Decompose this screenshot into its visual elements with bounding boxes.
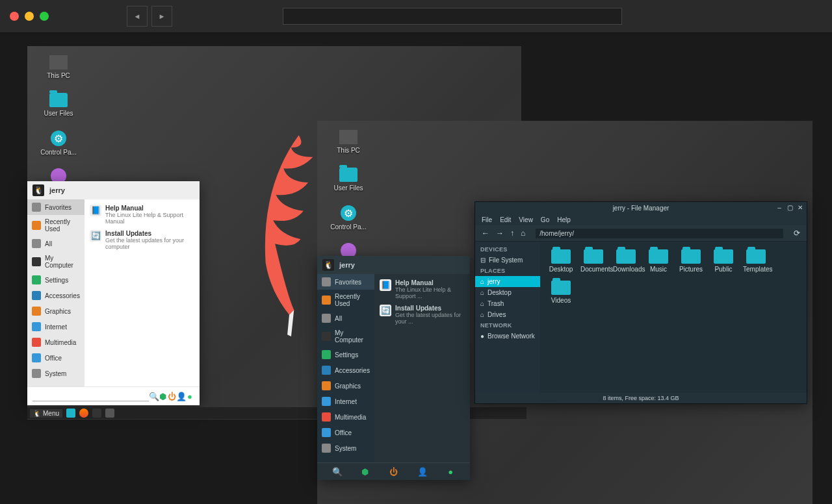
- start-category-recently-used[interactable]: Recently Used: [27, 215, 84, 236]
- fm-folder-desktop[interactable]: Desktop: [548, 249, 574, 273]
- folder-icon: [649, 249, 668, 264]
- desktop-icon-this-pc[interactable]: This PC: [329, 130, 368, 154]
- close-icon[interactable]: ✕: [796, 203, 804, 211]
- taskbar-app-icon[interactable]: [105, 409, 114, 418]
- nav-forward-button[interactable]: ►: [151, 6, 172, 27]
- fm-sidebar-jerry[interactable]: ⌂jerry: [475, 276, 540, 287]
- start-category-graphics[interactable]: Graphics: [27, 303, 84, 319]
- start-menu-header: 🐧 jerry: [317, 256, 470, 274]
- taskbar-firefox-icon[interactable]: [79, 409, 88, 418]
- fm-folder-documents[interactable]: Documents: [580, 249, 606, 273]
- lock-icon[interactable]: ⬢: [158, 392, 167, 401]
- start-category-settings[interactable]: Settings: [317, 347, 374, 362]
- fm-sidebar-desktop[interactable]: ⌂Desktop: [475, 287, 540, 298]
- start-category-graphics[interactable]: Graphics: [317, 378, 374, 394]
- start-menu-search-input[interactable]: [32, 391, 149, 401]
- desktop-icon-label: User Files: [329, 184, 368, 192]
- fm-menu-go[interactable]: Go: [541, 216, 549, 223]
- pc-icon: [49, 55, 68, 69]
- fm-titlebar[interactable]: jerry - File Manager – ▢ ✕: [475, 202, 807, 214]
- start-app-help-manual[interactable]: 📘Help ManualThe Linux Lite Help & Suppor…: [374, 277, 470, 302]
- start-category-multimedia[interactable]: Multimedia: [27, 334, 84, 350]
- start-menu-footer: 🔍 ⬢ ⏻ 👤 ●: [27, 386, 200, 405]
- power-icon[interactable]: ⏻: [389, 467, 398, 476]
- maximize-window-dot[interactable]: [40, 12, 49, 21]
- fm-menu-edit[interactable]: Edit: [500, 216, 511, 223]
- start-category-my-computer[interactable]: My Computer: [27, 251, 84, 272]
- lock-icon[interactable]: ⬢: [361, 467, 370, 476]
- desktop-icon-control-panel[interactable]: Control Pa...: [329, 205, 368, 231]
- start-category-favorites[interactable]: Favorites: [317, 274, 374, 290]
- nav-back-button[interactable]: ◄: [127, 6, 148, 27]
- browser-toolbar: ◄ ►: [0, 0, 832, 33]
- nav-home-icon[interactable]: ⌂: [521, 229, 525, 238]
- start-category-office[interactable]: Office: [27, 350, 84, 366]
- user-icon[interactable]: 👤: [417, 467, 426, 476]
- start-category-recently-used[interactable]: Recently Used: [317, 290, 374, 310]
- address-bar[interactable]: [283, 8, 622, 25]
- minimize-icon[interactable]: –: [775, 203, 783, 211]
- info-icon[interactable]: ●: [185, 392, 194, 401]
- start-category-system[interactable]: System: [27, 366, 84, 381]
- search-icon[interactable]: 🔍: [149, 392, 158, 401]
- desktop-icon-user-files[interactable]: User Files: [39, 93, 78, 117]
- taskbar-terminal-icon[interactable]: [92, 409, 101, 418]
- fm-folder-public[interactable]: Public: [710, 249, 736, 273]
- start-category-system[interactable]: System: [317, 440, 374, 456]
- fm-folder-videos[interactable]: Videos: [548, 281, 574, 304]
- fm-menu-view[interactable]: View: [519, 216, 533, 223]
- start-menu-username: jerry: [49, 186, 65, 194]
- fm-path-field[interactable]: /home/jerry/: [536, 229, 783, 238]
- start-category-my-computer[interactable]: My Computer: [317, 326, 374, 347]
- start-category-settings[interactable]: Settings: [27, 272, 84, 288]
- start-category-accessories[interactable]: Accessories: [27, 288, 84, 303]
- user-avatar-icon[interactable]: 🐧: [322, 259, 334, 271]
- start-category-office[interactable]: Office: [317, 425, 374, 440]
- fm-folder-music[interactable]: Music: [645, 249, 671, 273]
- desktop-icon-user-files[interactable]: User Files: [329, 168, 368, 192]
- fm-sidebar-drives[interactable]: ⌂Drives: [475, 309, 540, 320]
- start-category-multimedia[interactable]: Multimedia: [317, 409, 374, 425]
- start-category-internet[interactable]: Internet: [317, 394, 374, 409]
- nav-forward-icon[interactable]: →: [496, 229, 504, 238]
- category-label: All: [335, 315, 342, 322]
- info-icon[interactable]: ●: [446, 467, 455, 476]
- search-icon[interactable]: 🔍: [332, 467, 341, 476]
- fm-folder-downloads[interactable]: Downloads: [613, 249, 639, 273]
- close-window-dot[interactable]: [10, 12, 19, 21]
- maximize-icon[interactable]: ▢: [786, 203, 794, 211]
- fm-sidebar-browse-network[interactable]: ●Browse Network: [475, 331, 540, 342]
- fm-sidebar-trash[interactable]: ⌂Trash: [475, 298, 540, 309]
- refresh-icon[interactable]: ⟳: [794, 229, 800, 238]
- fm-folder-templates[interactable]: Templates: [743, 249, 769, 273]
- nav-up-icon[interactable]: ↑: [510, 229, 514, 238]
- start-app-install-updates[interactable]: 🔄Install UpdatesGet the latest updates f…: [84, 227, 200, 253]
- user-icon[interactable]: 👤: [176, 392, 185, 401]
- file-manager-window: jerry - File Manager – ▢ ✕ FileEditViewG…: [474, 201, 807, 404]
- fm-sidebar-label: jerry: [488, 278, 500, 285]
- start-menu-categories: FavoritesRecently UsedAllMy ComputerSett…: [27, 199, 84, 386]
- start-category-favorites[interactable]: Favorites: [27, 199, 84, 215]
- user-avatar-icon[interactable]: 🐧: [32, 184, 44, 196]
- minimize-window-dot[interactable]: [25, 12, 34, 21]
- start-app-install-updates[interactable]: 🔄Install UpdatesGet the latest updates f…: [374, 302, 470, 327]
- desktop-icon-control-panel[interactable]: Control Pa...: [39, 131, 78, 156]
- start-app-help-manual[interactable]: 📘Help ManualThe Linux Lite Help & Suppor…: [84, 202, 200, 227]
- start-category-all[interactable]: All: [317, 310, 374, 326]
- fm-sidebar-file-system[interactable]: ⊟File System: [475, 255, 540, 266]
- start-category-accessories[interactable]: Accessories: [317, 362, 374, 378]
- start-category-all[interactable]: All: [27, 236, 84, 251]
- nav-back-icon[interactable]: ←: [482, 229, 489, 238]
- fm-section-header: PLACES: [475, 266, 540, 276]
- start-button[interactable]: 🐧Menu: [30, 409, 62, 418]
- desktop-icon-this-pc[interactable]: This PC: [39, 55, 78, 79]
- power-icon[interactable]: ⏻: [167, 392, 176, 401]
- fm-menu-file[interactable]: File: [482, 216, 492, 223]
- taskbar-files-icon[interactable]: [66, 409, 75, 418]
- start-menu-footer: 🔍 ⬢ ⏻ 👤 ●: [317, 462, 470, 480]
- fm-toolbar: ← → ↑ ⌂ /home/jerry/ ⟳: [475, 225, 807, 242]
- start-category-internet[interactable]: Internet: [27, 319, 84, 334]
- category-label: Multimedia: [45, 339, 76, 346]
- fm-menu-help[interactable]: Help: [557, 216, 571, 223]
- fm-folder-pictures[interactable]: Pictures: [678, 249, 704, 273]
